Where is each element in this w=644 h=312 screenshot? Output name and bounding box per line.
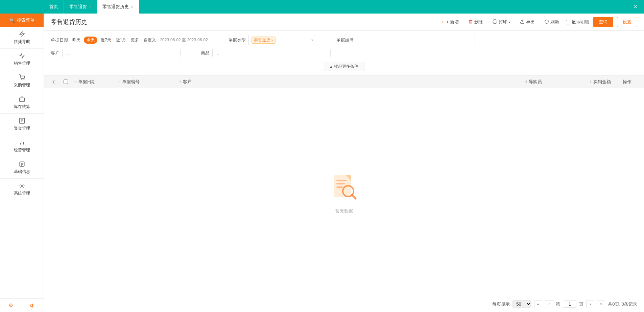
tab-retail-return-close[interactable]: × xyxy=(89,4,91,9)
col-header-amount[interactable]: ⇅ 实销金额 xyxy=(573,79,614,85)
tab-retail-return-history[interactable]: 零售退货历史 × xyxy=(97,0,139,14)
sidebar-item-operations[interactable]: 经营管理 xyxy=(0,135,44,157)
col-header-customer[interactable]: ⇅ 客户 xyxy=(176,79,522,85)
collapse-button[interactable]: ▲ 收起更多条件 xyxy=(324,62,364,71)
next-page-button[interactable]: › xyxy=(586,300,594,308)
sidebar-bottom: ⚙ xyxy=(0,298,44,312)
refresh-button[interactable]: 刷新 xyxy=(542,18,562,26)
sidebar-item-purchase-mgmt-label: 采购管理 xyxy=(14,82,30,88)
filter-row-2: 客户 商品 xyxy=(51,49,637,57)
col-voucher-label: 单据编号 xyxy=(122,79,140,85)
sort-up-guide: ⇅ xyxy=(525,80,527,83)
date-filter: 单据日期 昨天 今天 近7天 近1月 更多 自定义 2023-06-02 至 2… xyxy=(51,37,208,44)
date-shortcuts: 昨天 今天 近7天 近1月 更多 自定义 xyxy=(71,37,157,44)
sort-up-customer: ⇅ xyxy=(179,80,182,83)
sidebar-item-inventory-label: 库存核算 xyxy=(14,104,30,110)
system-mgmt-icon xyxy=(19,182,25,189)
col-header-voucher[interactable]: ⇅ 单据编号 xyxy=(116,79,176,85)
collapse-up-icon: ▲ xyxy=(330,65,333,68)
tab-retail-return-history-close[interactable]: × xyxy=(131,4,133,9)
print-button[interactable]: 打印 ▾ xyxy=(490,18,513,26)
sidebar-item-finance[interactable]: 资金管理 xyxy=(0,114,44,135)
svg-point-1 xyxy=(24,80,24,80)
show-detail-checkbox[interactable]: 显示明细 xyxy=(566,19,589,25)
prev-page-button[interactable]: ‹ xyxy=(545,300,553,308)
sidebar-item-quick-nav[interactable]: 快捷导航 xyxy=(0,27,44,49)
refresh-icon xyxy=(544,19,549,25)
toolbar: ＋ + 新增 删除 打印 ▾ 导出 xyxy=(438,17,637,27)
pagination-summary: 共0页, 0条记录 xyxy=(608,301,637,307)
svg-marker-12 xyxy=(30,304,32,307)
filter-row-1: 单据日期 昨天 今天 近7天 近1月 更多 自定义 2023-06-02 至 2… xyxy=(51,35,637,45)
operations-icon xyxy=(19,139,25,146)
sidebar-item-system-mgmt-label: 系统管理 xyxy=(14,191,30,196)
print-icon xyxy=(493,19,497,25)
table-settings-icon[interactable] xyxy=(47,80,59,84)
goods-input[interactable] xyxy=(212,49,331,57)
tab-home[interactable]: 首页 xyxy=(44,0,64,14)
sidebar-search[interactable]: 🔍 搜索菜单 xyxy=(0,14,44,27)
shortcut-last7[interactable]: 近7天 xyxy=(99,37,113,44)
col-header-date[interactable]: ⇅ 单据日期 xyxy=(72,79,116,85)
refresh-label: 刷新 xyxy=(550,19,559,25)
col-date-label: 单据日期 xyxy=(78,79,96,85)
type-tag-label: 零售退货 xyxy=(254,37,270,43)
new-button[interactable]: ＋ + 新增 xyxy=(438,18,461,26)
per-page-select[interactable]: 50 10 20 100 xyxy=(512,300,531,308)
sidebar-item-purchase-mgmt[interactable]: 采购管理 xyxy=(0,70,44,92)
col-guide-label: 导购员 xyxy=(529,79,542,85)
sort-up-amount: ⇅ xyxy=(590,80,592,83)
select-all-checkbox[interactable] xyxy=(59,80,72,84)
last-page-button[interactable]: » xyxy=(597,300,605,308)
main-content: 零售退货历史 ＋ + 新增 删除 打印 ▾ xyxy=(44,14,644,312)
tab-retail-return-history-label: 零售退货历史 xyxy=(102,4,129,10)
svg-rect-13 xyxy=(494,22,496,24)
sort-up-date: ⇅ xyxy=(74,80,77,83)
sidebar-item-basic-info[interactable]: 基础信息 xyxy=(0,157,44,179)
svg-rect-17 xyxy=(336,180,347,181)
type-filter: 单据类型 零售退货 × ▾ xyxy=(228,35,316,45)
inventory-icon xyxy=(19,96,25,103)
shortcut-last1month[interactable]: 近1月 xyxy=(115,37,128,44)
settings-button[interactable]: 设置 xyxy=(617,17,637,27)
page-number-input[interactable] xyxy=(563,300,576,308)
shortcut-yesterday[interactable]: 昨天 xyxy=(71,37,82,44)
sidebar-item-sales-mgmt[interactable]: 销售管理 xyxy=(0,49,44,70)
voucher-input[interactable] xyxy=(357,36,475,44)
sidebar-item-inventory[interactable]: 库存核算 xyxy=(0,92,44,114)
shortcut-custom[interactable]: 自定义 xyxy=(142,37,157,44)
query-button[interactable]: 查询 xyxy=(593,17,613,27)
export-button[interactable]: 导出 xyxy=(517,18,538,26)
svg-line-21 xyxy=(352,195,356,199)
shortcut-more[interactable]: 更多 xyxy=(129,37,140,44)
quick-nav-icon xyxy=(19,31,25,38)
svg-point-15 xyxy=(53,81,54,83)
customer-input[interactable] xyxy=(62,49,181,57)
svg-point-11 xyxy=(21,185,23,187)
sidebar-item-system-mgmt[interactable]: 系统管理 xyxy=(0,179,44,200)
delete-button[interactable]: 删除 xyxy=(466,18,486,26)
search-icon: 🔍 xyxy=(9,18,15,23)
filter-area: 单据日期 昨天 今天 近7天 近1月 更多 自定义 2023-06-02 至 2… xyxy=(44,31,644,75)
type-label: 单据类型 xyxy=(228,37,246,43)
page-label: 第 xyxy=(556,301,560,307)
date-range-display: 2023-06-02 至 2023-06-02 xyxy=(160,37,208,43)
sidebar-audio-btn[interactable] xyxy=(22,299,44,312)
col-header-guide[interactable]: ⇅ 导购员 xyxy=(522,79,573,85)
sidebar-item-operations-label: 经营管理 xyxy=(14,147,30,153)
sidebar-settings-btn[interactable]: ⚙ xyxy=(0,299,22,312)
goods-label: 商品 xyxy=(201,50,210,56)
select-all-input[interactable] xyxy=(64,80,68,84)
window-close-button[interactable]: × xyxy=(634,3,637,10)
shortcut-today[interactable]: 今天 xyxy=(84,37,97,44)
svg-rect-18 xyxy=(336,183,345,184)
svg-rect-19 xyxy=(336,186,343,188)
empty-state-text: 暂无数据 xyxy=(335,208,353,214)
purchase-mgmt-icon xyxy=(19,74,25,81)
type-select[interactable]: 零售退货 × ▾ xyxy=(248,35,316,45)
tab-retail-return[interactable]: 零售退货 × xyxy=(64,0,97,14)
col-header-ops: 操作 xyxy=(614,79,641,85)
first-page-button[interactable]: « xyxy=(534,300,542,308)
show-detail-input[interactable] xyxy=(566,20,570,24)
type-tag-remove[interactable]: × xyxy=(271,38,273,42)
